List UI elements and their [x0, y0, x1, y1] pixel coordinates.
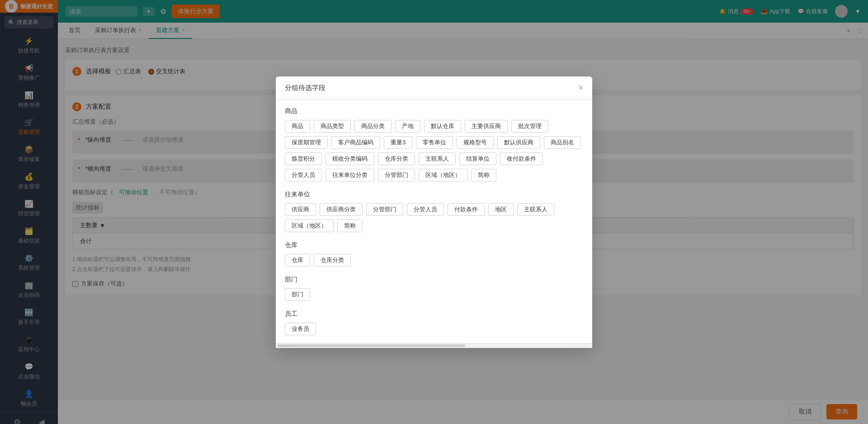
field-tag[interactable]: 客户商品编码 [331, 136, 380, 149]
modal-hscroll[interactable] [276, 343, 592, 348]
modal-header: 分组待选字段 × [276, 76, 592, 100]
field-tag[interactable]: 分管人员 [285, 169, 322, 181]
modal-close-button[interactable]: × [578, 84, 583, 92]
field-tag[interactable]: 仓库分类 [378, 152, 415, 165]
field-tag[interactable]: 商品分类 [354, 120, 392, 133]
field-tag[interactable]: 付款条件 [448, 203, 485, 216]
modal-title: 分组待选字段 [285, 84, 326, 92]
field-tag[interactable]: 重量3 [384, 136, 412, 149]
field-tag[interactable]: 零售单位 [416, 136, 453, 149]
field-group-title-warehouse: 仓库 [285, 241, 583, 249]
field-tag[interactable]: 批次管理 [511, 120, 548, 133]
modal-overlay[interactable]: 分组待选字段 × 商品商品商品类型商品分类产地默认仓库主要供应商批次管理保质期管… [0, 0, 868, 424]
field-tag[interactable]: 供应商分类 [320, 203, 363, 216]
field-tag[interactable]: 往来单位分类 [326, 169, 374, 181]
field-group-title-goods: 商品 [285, 107, 583, 115]
field-tag[interactable]: 主要供应商 [465, 120, 508, 133]
field-group-employee: 员工业务员 [285, 310, 583, 335]
field-tags-goods: 商品商品类型商品分类产地默认仓库主要供应商批次管理保质期管理客户商品编码重量3零… [285, 120, 583, 181]
field-tag[interactable]: 简称 [337, 219, 363, 232]
field-group-partner: 往来单位供应商供应商分类分管部门分管人员付款条件地区主联系人区域（地区）简称 [285, 191, 583, 232]
field-tag[interactable]: 规格型号 [457, 136, 494, 149]
field-tag[interactable]: 仓库 [285, 254, 310, 267]
field-tag[interactable]: 简称 [471, 169, 496, 181]
field-tag[interactable]: 主联系人 [419, 152, 456, 165]
field-tag[interactable]: 保质期管理 [285, 136, 328, 149]
modal-dialog: 分组待选字段 × 商品商品商品类型商品分类产地默认仓库主要供应商批次管理保质期管… [276, 76, 592, 348]
field-tag[interactable]: 分管部门 [378, 169, 415, 181]
field-group-department: 部门部门 [285, 276, 583, 301]
field-tag[interactable]: 默认供应商 [497, 136, 540, 149]
field-tag[interactable]: 仓库分类 [314, 254, 351, 267]
field-tag[interactable]: 税收分类编码 [326, 152, 374, 165]
field-tags-employee: 业务员 [285, 323, 583, 335]
field-tag[interactable]: 炼货积分 [285, 152, 322, 165]
field-tag[interactable]: 商品 [285, 120, 310, 133]
field-tag[interactable]: 主联系人 [517, 203, 554, 216]
field-tag[interactable]: 地区 [488, 203, 514, 216]
field-tag[interactable]: 产地 [395, 120, 420, 133]
modal-body: 商品商品商品类型商品分类产地默认仓库主要供应商批次管理保质期管理客户商品编码重量… [276, 100, 592, 343]
field-tag[interactable]: 业务员 [285, 323, 316, 335]
field-tag[interactable]: 默认仓库 [424, 120, 461, 133]
field-group-warehouse: 仓库仓库仓库分类 [285, 241, 583, 267]
field-group-title-department: 部门 [285, 276, 583, 284]
field-tags-warehouse: 仓库仓库分类 [285, 254, 583, 267]
field-tag[interactable]: 收付款条件 [500, 152, 543, 165]
field-tags-department: 部门 [285, 288, 583, 301]
field-group-title-employee: 员工 [285, 310, 583, 318]
field-tag[interactable]: 结算单位 [459, 152, 496, 165]
field-group-title-partner: 往来单位 [285, 191, 583, 199]
field-tag[interactable]: 商品别名 [544, 136, 581, 149]
field-tag[interactable]: 商品类型 [314, 120, 351, 133]
field-tag[interactable]: 供应商 [285, 203, 316, 216]
field-tag[interactable]: 部门 [285, 288, 310, 301]
hscroll-thumb [278, 344, 465, 347]
field-tag[interactable]: 分管人员 [407, 203, 444, 216]
field-tag[interactable]: 分管部门 [366, 203, 403, 216]
field-tags-partner: 供应商供应商分类分管部门分管人员付款条件地区主联系人区域（地区）简称 [285, 203, 583, 232]
field-group-goods: 商品商品商品类型商品分类产地默认仓库主要供应商批次管理保质期管理客户商品编码重量… [285, 107, 583, 181]
field-tag[interactable]: 区域（地区） [419, 169, 467, 181]
field-tag[interactable]: 区域（地区） [285, 219, 334, 232]
